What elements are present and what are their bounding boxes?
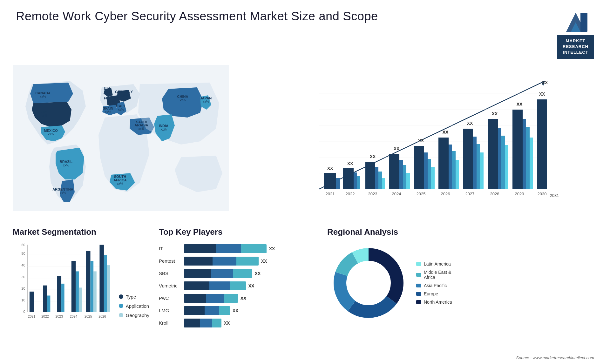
players-bars-area: XX XX XX <box>184 242 318 327</box>
player-bar-row-3: XX <box>184 281 318 290</box>
svg-rect-84 <box>526 127 530 189</box>
svg-text:2025: 2025 <box>417 192 426 196</box>
svg-rect-62 <box>414 146 424 189</box>
segmentation-title: Market Segmentation <box>13 227 149 237</box>
svg-rect-72 <box>463 129 473 189</box>
svg-rect-58 <box>399 160 403 189</box>
svg-rect-63 <box>424 152 428 189</box>
svg-text:XX: XX <box>327 166 333 171</box>
players-labels: IT Pentest SBS Vumetric PwC LMG Kroll <box>159 242 178 327</box>
legend-dot-type <box>119 294 123 299</box>
svg-text:xx%: xx% <box>63 164 69 167</box>
svg-rect-64 <box>428 159 431 189</box>
svg-text:XX: XX <box>418 138 424 143</box>
svg-text:2022: 2022 <box>41 314 49 318</box>
svg-rect-122 <box>79 287 82 312</box>
player-bar-row-1: XX <box>184 257 318 266</box>
svg-text:xx%: xx% <box>105 91 111 94</box>
svg-text:40: 40 <box>22 263 25 267</box>
legend-type: Type <box>119 294 149 300</box>
svg-text:CANADA: CANADA <box>35 91 51 95</box>
svg-rect-65 <box>431 167 435 189</box>
svg-text:30: 30 <box>22 275 25 279</box>
player-xx-5: XX <box>233 308 239 313</box>
player-xx-6: XX <box>224 320 230 326</box>
svg-rect-57 <box>389 154 399 189</box>
svg-text:xx%: xx% <box>60 191 66 195</box>
svg-text:CHINA: CHINA <box>177 95 188 98</box>
donut-wrapper: Latin America Middle East &Africa Asia P… <box>327 242 597 324</box>
svg-text:2029: 2029 <box>515 192 524 196</box>
svg-text:XX: XX <box>370 154 376 159</box>
svg-rect-70 <box>456 160 459 189</box>
player-xx-1: XX <box>261 259 267 264</box>
svg-text:AFRICA: AFRICA <box>113 178 127 182</box>
svg-rect-121 <box>76 271 79 312</box>
svg-rect-80 <box>505 145 508 189</box>
svg-text:U.S.: U.S. <box>41 110 48 114</box>
legend-application: Application <box>119 303 149 309</box>
svg-text:xx%: xx% <box>40 95 46 98</box>
svg-text:2022: 2022 <box>346 192 355 196</box>
svg-text:BRAZIL: BRAZIL <box>60 160 73 164</box>
player-xx-3: XX <box>248 283 254 288</box>
svg-rect-52 <box>365 162 375 189</box>
player-label-5: LMG <box>159 306 178 315</box>
svg-text:xx%: xx% <box>105 110 111 114</box>
svg-rect-67 <box>438 138 449 189</box>
svg-text:XX: XX <box>517 102 523 107</box>
svg-rect-117 <box>47 295 51 312</box>
svg-rect-96 <box>537 99 547 189</box>
svg-rect-53 <box>375 167 378 189</box>
svg-rect-48 <box>343 168 354 189</box>
player-xx-4: XX <box>241 296 247 301</box>
svg-text:XX: XX <box>467 121 473 126</box>
legend-north-america: North America <box>416 300 452 305</box>
market-segmentation: Market Segmentation 0 10 20 30 40 50 60 <box>13 227 149 341</box>
svg-rect-115 <box>30 292 34 312</box>
legend-middle-east: Middle East &Africa <box>416 270 452 280</box>
legend-color-middle-east <box>416 273 421 277</box>
logo-icon <box>563 10 588 35</box>
svg-text:2031: 2031 <box>550 193 559 198</box>
svg-text:xx%: xx% <box>117 182 123 185</box>
svg-text:xx%: xx% <box>161 128 167 131</box>
svg-rect-79 <box>501 136 505 189</box>
svg-rect-83 <box>523 119 526 189</box>
regional-title: Regional Analysis <box>327 227 597 237</box>
player-label-2: SBS <box>159 269 178 278</box>
svg-text:xx%: xx% <box>121 94 127 97</box>
player-label-1: Pentest <box>159 257 178 266</box>
legend-latin-america: Latin America <box>416 261 452 266</box>
svg-rect-78 <box>498 128 501 189</box>
svg-text:XX: XX <box>347 161 353 166</box>
player-bar-row-5: XX <box>184 306 318 315</box>
legend-europe: Europe <box>416 291 452 296</box>
legend-color-asia-pacific <box>416 284 421 287</box>
legend-color-latin-america <box>416 262 421 266</box>
svg-rect-125 <box>93 271 97 312</box>
svg-text:2024: 2024 <box>392 192 401 196</box>
svg-text:xx%: xx% <box>118 108 124 111</box>
donut-legend: Latin America Middle East &Africa Asia P… <box>416 261 452 305</box>
svg-rect-2 <box>580 13 587 32</box>
segmentation-legend: Type Application Geography <box>119 294 149 324</box>
svg-rect-77 <box>488 119 498 189</box>
svg-text:2026: 2026 <box>441 192 450 196</box>
svg-text:60: 60 <box>22 243 25 247</box>
svg-rect-55 <box>382 178 385 189</box>
svg-rect-69 <box>452 151 456 189</box>
svg-rect-46 <box>336 178 340 189</box>
player-label-6: Kroll <box>159 319 178 327</box>
top-players: Top Key Players IT Pentest SBS Vumetric … <box>159 227 318 341</box>
header: Remote Work Cyber Security Assessment Ma… <box>0 0 610 65</box>
svg-rect-73 <box>473 137 477 189</box>
player-bar-row-2: XX <box>184 269 318 278</box>
player-xx-2: XX <box>255 271 261 276</box>
svg-text:U.K.: U.K. <box>104 87 111 91</box>
legend-color-europe <box>416 292 421 296</box>
svg-rect-68 <box>449 145 452 189</box>
seg-chart-wrapper: 0 10 20 30 40 50 60 <box>13 242 149 324</box>
svg-text:JAPAN: JAPAN <box>200 96 212 100</box>
svg-text:2023: 2023 <box>368 192 377 196</box>
